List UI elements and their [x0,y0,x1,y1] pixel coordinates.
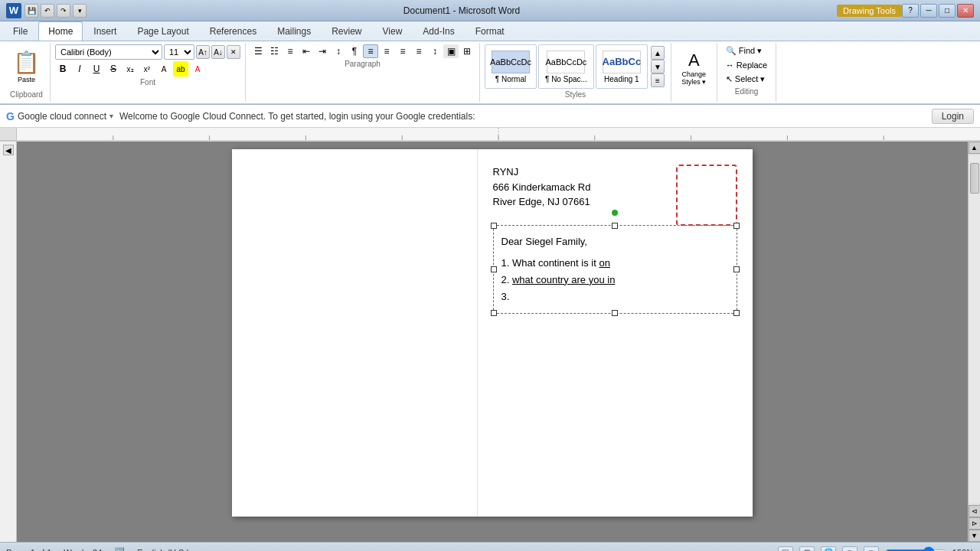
scroll-down-prev[interactable]: ⊲ [969,505,981,517]
scroll-thumb[interactable] [970,163,979,194]
handle-bottom-right[interactable] [733,310,740,316]
sort-btn[interactable]: ↕ [331,44,346,58]
view-print-btn[interactable]: ▤ [778,546,793,552]
font-shrink-btn[interactable]: A↓ [211,45,225,59]
increase-indent-btn[interactable]: ⇥ [315,44,330,58]
font-color-btn[interactable]: A [190,61,205,77]
customize-quick-btn[interactable]: ▾ [73,4,87,18]
tab-page-layout[interactable]: Page Layout [127,21,198,41]
tab-view[interactable]: View [373,21,413,41]
strikethrough-button[interactable]: S [106,61,121,77]
replace-button[interactable]: ↔ Replace [722,59,771,71]
line-spacing-btn[interactable]: ↕ [427,44,443,58]
cloud-dropdown-arrow: ▾ [109,112,113,120]
justify-btn[interactable]: ≡ [411,44,426,58]
align-center-btn[interactable]: ≡ [379,44,394,58]
tab-file[interactable]: File [3,21,38,41]
tab-format[interactable]: Format [466,21,514,41]
close-btn[interactable]: ✕ [957,4,974,18]
clear-format-btn[interactable]: ✕ [227,45,240,59]
highlight-btn[interactable]: ab [173,61,188,77]
select-button[interactable]: ↖ Select ▾ [722,73,771,86]
view-draft-btn[interactable]: ≡ [864,546,879,552]
handle-top-left[interactable] [491,223,497,229]
change-styles-icon: A [688,51,700,70]
underline-button[interactable]: U [89,61,104,77]
bullets-btn[interactable]: ☰ [250,44,266,58]
numbering-btn[interactable]: ☷ [266,44,282,58]
align-left-btn[interactable]: ≡ [363,44,378,58]
spell-check-icon[interactable]: 🔤 [114,547,125,551]
show-marks-btn[interactable]: ¶ [347,44,362,58]
minimize-btn[interactable]: ─ [920,4,937,18]
find-button[interactable]: 🔍 Find ▾ [722,44,771,57]
zoom-slider[interactable] [885,547,946,552]
style-no-spacing[interactable]: AaBbCcDc ¶ No Spac... [538,44,594,89]
help-btn[interactable]: ? [902,4,919,18]
clipboard-group: 📋 Paste Clipboard [3,43,51,102]
handle-middle-left[interactable] [491,266,497,272]
tab-references[interactable]: References [200,21,266,41]
list-item-3: 3. [501,289,730,305]
border-btn[interactable]: ⊞ [459,44,475,58]
tab-insert[interactable]: Insert [83,21,126,41]
editing-content: 🔍 Find ▾ ↔ Replace ↖ Select ▾ [722,44,771,86]
text-box[interactable]: Dear Siegel Family, 1. What continent is… [493,225,738,314]
sidebar-toggle[interactable]: ◀ [3,145,14,155]
page-status: Page: 1 of 1 [6,548,51,552]
replace-icon: ↔ [726,60,734,70]
decrease-indent-btn[interactable]: ⇤ [299,44,314,58]
paste-button[interactable]: 📋 Paste [8,47,45,86]
save-quick-btn[interactable]: 💾 [24,4,38,18]
subscript-button[interactable]: x₂ [122,61,138,77]
italic-button[interactable]: I [72,61,87,77]
styles-up-btn[interactable]: ▲ [651,46,665,60]
style-normal[interactable]: AaBbCcDc ¶ Normal [485,44,537,89]
page-right[interactable]: RYNJ 666 Kinderkamack Rd River Edge, NJ … [478,149,753,517]
handle-bottom-left[interactable] [491,310,497,316]
view-full-read-btn[interactable]: ⊞ [799,546,815,552]
zoom-level: 156% [952,548,974,552]
text-effect-btn[interactable]: A [156,61,172,77]
status-right: ▤ ⊞ 🌐 ≡ ≡ 156% [778,546,974,552]
scroll-up-arrow[interactable]: ▲ [969,142,981,154]
handle-middle-right[interactable] [733,266,740,272]
tab-mailings[interactable]: Mailings [267,21,321,41]
tab-add-ins[interactable]: Add-Ins [413,21,464,41]
scroll-down-arrow[interactable]: ▼ [969,530,981,542]
rotation-handle[interactable] [612,210,618,216]
scroll-page-prev[interactable]: ⊳ [969,517,981,530]
scroll-track[interactable] [969,155,980,504]
undo-quick-btn[interactable]: ↶ [41,4,54,18]
view-web-btn[interactable]: 🌐 [821,546,836,552]
salutation: Dear Siegel Family, [501,233,730,250]
list-item-1-number: 1. What continent is it [501,257,599,269]
maximize-btn[interactable]: □ [939,4,956,18]
font-size-select[interactable]: 11 [164,44,194,60]
handle-bottom-middle[interactable] [612,310,618,316]
bold-button[interactable]: B [55,61,70,77]
align-right-btn[interactable]: ≡ [395,44,410,58]
superscript-button[interactable]: x² [139,61,155,77]
ruler-area [0,128,980,142]
styles-down-btn[interactable]: ▼ [651,60,665,73]
styles-more-btn[interactable]: ≡ [651,73,665,87]
page-canvas[interactable]: RYNJ 666 Kinderkamack Rd River Edge, NJ … [17,142,968,542]
tab-review[interactable]: Review [322,21,371,41]
tab-home[interactable]: Home [38,21,83,41]
handle-top-middle[interactable] [612,223,618,229]
view-outline-btn[interactable]: ≡ [842,546,858,552]
shading-btn[interactable]: ▣ [443,44,459,58]
multilevel-btn[interactable]: ≡ [283,44,298,58]
handle-top-right[interactable] [733,223,740,229]
login-button[interactable]: Login [932,109,974,124]
style-heading1[interactable]: AaBbCc Heading 1 [596,44,648,89]
ribbon-content: 📋 Paste Clipboard Calibri (Body) 11 A↑ A… [0,41,980,104]
redo-quick-btn[interactable]: ↷ [57,4,70,18]
style-no-spacing-preview: AaBbCcDc [547,51,585,73]
font-name-select[interactable]: Calibri (Body) [55,44,162,60]
words-status: Words: 24 [64,548,102,552]
change-styles-content: A ChangeStyles ▾ [681,44,706,86]
google-cloud-logo[interactable]: G Google cloud connect ▾ [6,110,113,122]
font-grow-btn[interactable]: A↑ [196,45,210,59]
